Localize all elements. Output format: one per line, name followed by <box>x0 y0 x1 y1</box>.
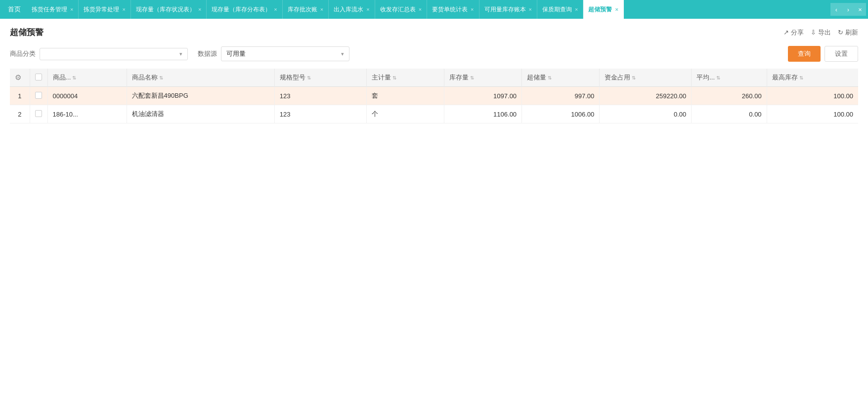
th-check <box>30 69 47 87</box>
filter-actions: 查询 设置 <box>788 46 858 62</box>
sort-icon-unit: ⇅ <box>392 75 396 80</box>
cell-product-name: 机油滤清器 <box>127 105 274 123</box>
row-index: 2 <box>10 105 30 123</box>
cell-unit: 个 <box>366 105 444 123</box>
nav-tab-10[interactable]: 超储预警 × <box>583 0 623 19</box>
export-icon: ⇩ <box>811 29 816 36</box>
close-tab-4-icon[interactable]: × <box>320 6 323 12</box>
close-tab-5-icon[interactable]: × <box>366 6 369 12</box>
th-product-code[interactable]: 商品... ⇅ <box>47 69 127 87</box>
cell-capital: 0.00 <box>600 105 692 123</box>
nav-tab-4[interactable]: 库存批次账 × <box>283 0 329 19</box>
share-icon: ↗ <box>783 29 789 36</box>
refresh-icon: ↻ <box>838 29 843 36</box>
row-check[interactable] <box>30 87 47 105</box>
cell-stock: 1106.00 <box>444 105 521 123</box>
cell-spec: 123 <box>274 87 366 105</box>
nav-tab-3[interactable]: 现存量（库存分布表） × <box>207 0 282 19</box>
cell-unit: 套 <box>366 87 444 105</box>
export-button[interactable]: ⇩ 导出 <box>811 28 831 37</box>
nav-tab-0[interactable]: 拣货任务管理 × <box>27 0 79 19</box>
cell-product-code: 0000004 <box>47 87 127 105</box>
header-actions: ↗ 分享 ⇩ 导出 ↻ 刷新 <box>783 28 858 37</box>
category-label: 商品分类 <box>10 49 36 58</box>
table-row: 2 186-10... 机油滤清器 123 个 1106.00 1006.00 … <box>10 105 858 123</box>
settings-button[interactable]: 设置 <box>825 46 858 62</box>
nav-tab-8[interactable]: 可用量库存账本 × <box>479 0 537 19</box>
close-tab-6-icon[interactable]: × <box>419 6 422 12</box>
nav-tab-1[interactable]: 拣货异常处理 × <box>79 0 130 19</box>
category-filter: 商品分类 ▾ <box>10 48 188 60</box>
column-settings-icon[interactable]: ⚙ <box>15 73 21 81</box>
nav-tab-9[interactable]: 保质期查询 × <box>537 0 583 19</box>
data-table: ⚙ 商品... ⇅ 商品名称 ⇅ <box>10 69 858 123</box>
sort-icon-product-name: ⇅ <box>159 75 163 80</box>
th-capital[interactable]: 资金占用 ⇅ <box>600 69 692 87</box>
cell-max-stock: 100.00 <box>767 87 858 105</box>
nav-prev-button[interactable]: ‹ <box>830 3 842 16</box>
category-select[interactable]: ▾ <box>40 48 188 60</box>
cell-capital: 259220.00 <box>600 87 692 105</box>
row-index: 1 <box>10 87 30 105</box>
category-chevron-icon: ▾ <box>179 51 182 57</box>
cell-avg: 0.00 <box>692 105 767 123</box>
nav-tab-7[interactable]: 要货单统计表 × <box>427 0 479 19</box>
sort-icon-spec: ⇅ <box>307 75 311 80</box>
row-check[interactable] <box>30 105 47 123</box>
table-row: 1 0000004 六配套新昌490BPG 123 套 1097.00 997.… <box>10 87 858 105</box>
datasource-label: 数据源 <box>198 49 217 58</box>
close-tab-3-icon[interactable]: × <box>274 6 277 12</box>
th-gear: ⚙ <box>10 69 30 87</box>
nav-home[interactable]: 首页 <box>2 5 27 14</box>
close-tab-7-icon[interactable]: × <box>471 6 474 12</box>
datasource-filter: 数据源 可用量 ▾ <box>198 46 349 61</box>
page-header: 超储预警 ↗ 分享 ⇩ 导出 ↻ 刷新 <box>10 27 858 38</box>
filter-row: 商品分类 ▾ 数据源 可用量 ▾ 查询 设置 <box>10 46 858 62</box>
cell-stock: 1097.00 <box>444 87 521 105</box>
sort-icon-avg: ⇅ <box>716 75 720 80</box>
datasource-chevron-icon: ▾ <box>341 51 344 57</box>
sort-icon-capital: ⇅ <box>632 75 636 80</box>
table-header-row: ⚙ 商品... ⇅ 商品名称 ⇅ <box>10 69 858 87</box>
nav-tab-6[interactable]: 收发存汇总表 × <box>375 0 427 19</box>
nav-close-button[interactable]: × <box>854 3 866 16</box>
nav-arrows: ‹ › × <box>830 3 866 16</box>
sort-icon-overstock: ⇅ <box>548 75 552 80</box>
th-max-stock[interactable]: 最高库存 ⇅ <box>767 69 858 87</box>
cell-max-stock: 100.00 <box>767 105 858 123</box>
nav-tab-2[interactable]: 现存量（库存状况表） × <box>131 0 207 19</box>
nav-next-button[interactable]: › <box>842 3 854 16</box>
cell-product-name: 六配套新昌490BPG <box>127 87 274 105</box>
cell-overstock: 997.00 <box>522 87 600 105</box>
cell-spec: 123 <box>274 105 366 123</box>
sort-icon-stock: ⇅ <box>470 75 474 80</box>
top-nav: 首页 拣货任务管理 × 拣货异常处理 × 现存量（库存状况表） × 现存量（库存… <box>0 0 868 19</box>
th-stock[interactable]: 库存量 ⇅ <box>444 69 521 87</box>
cell-avg: 260.00 <box>692 87 767 105</box>
sort-icon-max-stock: ⇅ <box>799 75 803 80</box>
page-title: 超储预警 <box>10 27 43 38</box>
close-tab-10-icon[interactable]: × <box>615 6 618 12</box>
query-button[interactable]: 查询 <box>788 46 821 62</box>
sort-icon-product-code: ⇅ <box>72 75 76 80</box>
close-tab-2-icon[interactable]: × <box>198 6 201 12</box>
select-all-checkbox[interactable] <box>35 74 42 80</box>
page-content: 超储预警 ↗ 分享 ⇩ 导出 ↻ 刷新 商品分类 ▾ 数据源 <box>0 19 868 395</box>
close-tab-9-icon[interactable]: × <box>575 6 578 12</box>
th-product-name[interactable]: 商品名称 ⇅ <box>127 69 274 87</box>
th-unit[interactable]: 主计量 ⇅ <box>366 69 444 87</box>
th-spec[interactable]: 规格型号 ⇅ <box>274 69 366 87</box>
close-tab-1-icon[interactable]: × <box>122 6 125 12</box>
share-button[interactable]: ↗ 分享 <box>783 28 804 37</box>
th-avg[interactable]: 平均... ⇅ <box>692 69 767 87</box>
refresh-button[interactable]: ↻ 刷新 <box>838 28 858 37</box>
cell-product-code: 186-10... <box>47 105 127 123</box>
nav-tab-5[interactable]: 出入库流水 × <box>329 0 375 19</box>
close-tab-0-icon[interactable]: × <box>70 6 73 12</box>
close-tab-8-icon[interactable]: × <box>529 6 532 12</box>
datasource-select[interactable]: 可用量 ▾ <box>221 46 349 61</box>
th-overstock[interactable]: 超储量 ⇅ <box>522 69 600 87</box>
cell-overstock: 1006.00 <box>522 105 600 123</box>
datasource-select-value: 可用量 <box>226 49 246 58</box>
